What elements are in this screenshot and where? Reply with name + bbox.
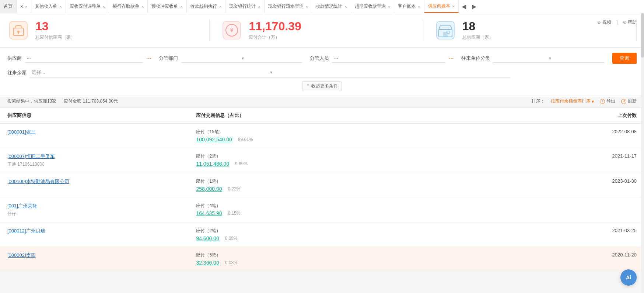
nav-next-arrow[interactable]: ▶ bbox=[469, 0, 479, 13]
trans-label: 应付（4笔） bbox=[196, 203, 511, 209]
trans-percent: 0.15% bbox=[228, 211, 240, 216]
trans-label: 应付（2笔） bbox=[196, 228, 511, 234]
dept-select[interactable]: ▾ bbox=[181, 54, 303, 63]
supplier-name-link[interactable]: [001]广州荣轩 bbox=[7, 203, 196, 209]
nav-tab-supplier-book[interactable]: 供应商账本 × bbox=[424, 0, 459, 13]
filter-supplier: 供应商 ··· bbox=[7, 54, 151, 63]
person-dots-button[interactable]: ··· bbox=[449, 55, 454, 62]
summary-top-right: ⊙ 视频 ｜ ⊙ 帮助 bbox=[597, 19, 637, 25]
nav-tab-customer-book[interactable]: 客户账本 × bbox=[394, 0, 424, 13]
trans-amount-link[interactable]: 94,600.00 bbox=[196, 235, 219, 241]
table-row[interactable]: [000012]广州贝瑞 应付（2笔） 94,600.00 0.08% 2021… bbox=[0, 223, 644, 247]
trans-amount-link[interactable]: 11,051,486.00 bbox=[196, 161, 229, 167]
scrollbar-thumb[interactable] bbox=[641, 13, 644, 58]
close-tab-bank-deposit[interactable]: × bbox=[141, 4, 144, 9]
row-supplier-info: [000001]张三 bbox=[7, 129, 196, 142]
export-button[interactable]: ↑ 导出 bbox=[600, 98, 615, 104]
close-tab-overdue[interactable]: × bbox=[388, 4, 390, 9]
close-tab-collection-stat[interactable]: × bbox=[344, 4, 347, 9]
trans-amount-link[interactable]: 32,366.00 bbox=[196, 260, 219, 266]
trans-amount-link[interactable]: 164,635.90 bbox=[196, 210, 222, 216]
refresh-label: 刷新 bbox=[628, 98, 637, 104]
row-lastpay: 2023-01-30 bbox=[511, 178, 637, 192]
header-supplier: 供应商信息 bbox=[7, 112, 196, 119]
filter-row-2: 往来余额 选择... ▾ bbox=[7, 68, 637, 77]
supplier-contact: 王通 17106110000 bbox=[7, 161, 196, 168]
nav-tab-supplier-book-label: 供应商账本 bbox=[428, 3, 450, 9]
nav-tab-other-income[interactable]: 其他收入单 × bbox=[31, 0, 66, 13]
result-bar: 搜索结果中，供应商13家 应付金额 111,703,854.00元 排序： 按应… bbox=[0, 95, 644, 108]
nav-tab-bank-deposit[interactable]: 银行存取款单 × bbox=[109, 0, 148, 13]
filter-balance: 往来余额 选择... ▾ bbox=[7, 68, 511, 77]
total-suppliers-number: 18 bbox=[462, 20, 493, 33]
nav-tab-adjustment[interactable]: 应收应付调整单 × bbox=[66, 0, 109, 13]
close-tab-adjustment[interactable]: × bbox=[103, 4, 105, 9]
close-tab-other-income[interactable]: × bbox=[59, 4, 62, 9]
supplier-name-link[interactable]: [000100]本特勤油品有限公司 bbox=[7, 178, 196, 185]
row-transaction-info: 应付（4笔） 164,635.90 0.15% bbox=[196, 203, 511, 217]
trans-label: 应付（15笔） bbox=[196, 129, 511, 135]
table-row[interactable]: [000001]张三 应付（15笔） 100,092,540.00 89.61%… bbox=[0, 124, 644, 148]
supplier-name-link[interactable]: [000002]李四 bbox=[7, 252, 196, 259]
summary-text-total-suppliers: 18 总供应商（家） bbox=[462, 20, 493, 41]
supplier-input[interactable] bbox=[25, 54, 143, 63]
payable-suppliers-number: 13 bbox=[35, 20, 75, 33]
total-suppliers-icon bbox=[434, 19, 456, 41]
close-tab-cash-stat[interactable]: × bbox=[258, 4, 260, 9]
result-actions: 排序： 按应付余额倒序排序 ▾ ↑ 导出 ↺ 刷新 bbox=[532, 98, 637, 104]
row-supplier-info: [000012]广州贝瑞 bbox=[7, 228, 196, 241]
nav-tab-overdue[interactable]: 超期应收款查询 × bbox=[351, 0, 394, 13]
nav-tab-prepay[interactable]: 预收冲应收单 × bbox=[148, 0, 186, 13]
close-tab-3[interactable]: × bbox=[25, 4, 27, 9]
nav-tab-3[interactable]: 3 × bbox=[17, 0, 31, 13]
dept-select-arrow: ▾ bbox=[242, 56, 300, 61]
supplier-name-link[interactable]: [000001]张三 bbox=[7, 129, 196, 135]
collapse-filter-button[interactable]: ⌃ 收起更多条件 bbox=[302, 81, 342, 91]
supplier-name-link[interactable]: [000012]广州贝瑞 bbox=[7, 228, 196, 234]
trans-percent: 0.03% bbox=[225, 260, 238, 265]
supplier-name-link[interactable]: [000007]恒旺二手叉车 bbox=[7, 153, 196, 160]
nav-prev-arrow[interactable]: ◀ bbox=[459, 0, 469, 13]
trans-amount-link[interactable]: 258,000.00 bbox=[196, 186, 222, 192]
supplier-dots-button[interactable]: ··· bbox=[146, 55, 151, 62]
svg-rect-0 bbox=[10, 21, 27, 39]
refresh-icon: ↺ bbox=[621, 99, 626, 104]
header-transaction: 应付交易信息（占比） bbox=[196, 112, 511, 119]
scrollbar[interactable] bbox=[641, 13, 644, 271]
close-tab-supplier-book[interactable]: × bbox=[452, 4, 455, 8]
filter-category: 往来单位分类 ▾ bbox=[461, 54, 605, 63]
video-link[interactable]: ⊙ 视频 bbox=[597, 19, 611, 25]
export-label: 导出 bbox=[606, 98, 615, 104]
sort-select[interactable]: 按应付余额倒序排序 ▾ bbox=[551, 98, 594, 104]
close-tab-customer-book[interactable]: × bbox=[418, 4, 420, 9]
balance-select[interactable]: 选择... ▾ bbox=[29, 68, 511, 77]
close-tab-cash-flow[interactable]: × bbox=[306, 4, 308, 9]
row-transaction-info: 应付（15笔） 100,092,540.00 89.61% bbox=[196, 129, 511, 142]
divider: ｜ bbox=[615, 19, 619, 25]
nav-tab-other-income-label: 其他收入单 bbox=[35, 3, 57, 10]
payable-suppliers-label: 总应付供应商（家） bbox=[35, 34, 75, 41]
category-select[interactable]: ▾ bbox=[493, 54, 605, 63]
table-row[interactable]: [001]广州荣轩 仔仔 应付（4笔） 164,635.90 0.15% bbox=[0, 197, 644, 223]
nav-tab-collection-stat[interactable]: 收款情况统计 × bbox=[312, 0, 351, 13]
payable-suppliers-icon bbox=[7, 19, 29, 41]
refresh-button[interactable]: ↺ 刷新 bbox=[621, 98, 637, 104]
nav-tab-cash-flow[interactable]: 现金银行流水查询 × bbox=[265, 0, 312, 13]
nav-tab-home[interactable]: 首页 bbox=[0, 0, 17, 13]
table-row[interactable]: [000100]本特勤油品有限公司 应付（1笔） 258,000.00 0.23… bbox=[0, 173, 644, 197]
query-button[interactable]: 查询 bbox=[612, 53, 637, 64]
row-supplier-info: [000002]李四 bbox=[7, 252, 196, 266]
table-row[interactable]: [000002]李四 应付（5笔） 32,366.00 0.03% 2020-1… bbox=[0, 247, 644, 271]
close-tab-collection[interactable]: × bbox=[219, 4, 221, 9]
help-link[interactable]: ⊙ 帮助 bbox=[623, 19, 637, 25]
filter-balance-label: 往来余额 bbox=[7, 69, 27, 76]
nav-tab-collection[interactable]: 收款核销执行 × bbox=[187, 0, 225, 13]
table-row[interactable]: [000007]恒旺二手叉车 王通 17106110000 应付（2笔） 11,… bbox=[0, 148, 644, 173]
person-input[interactable] bbox=[332, 54, 446, 63]
nav-tab-cash-stat[interactable]: 现金银行统计 × bbox=[225, 0, 264, 13]
trans-amount-link[interactable]: 100,092,540.00 bbox=[196, 137, 232, 142]
close-tab-prepay[interactable]: × bbox=[180, 4, 182, 9]
filter-row-1: 供应商 ··· 分管部门 ▾ 分管人员 ··· 往来单位分类 ▾ 查询 bbox=[7, 53, 637, 64]
summary-text-payable-amount: 11,170.39 应付合计（万） bbox=[249, 20, 301, 41]
summary-text-payable-suppliers: 13 总应付供应商（家） bbox=[35, 20, 75, 41]
